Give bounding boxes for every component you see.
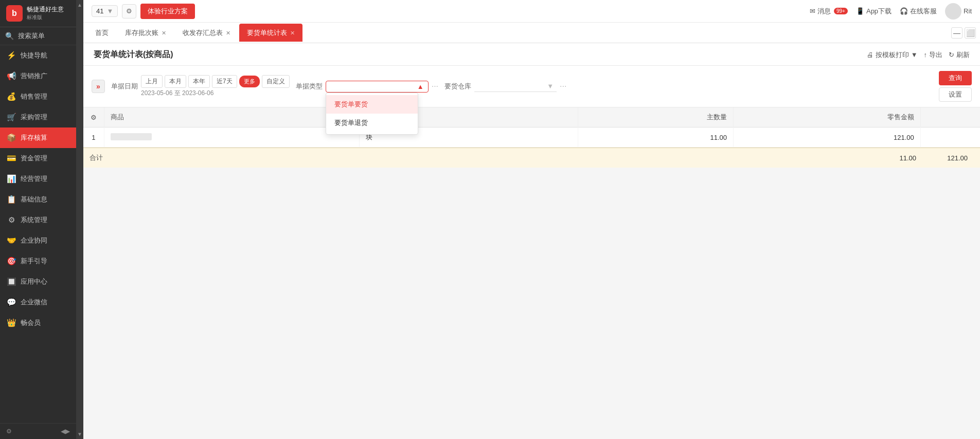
date-btn-this-year[interactable]: 本年 [188, 75, 210, 88]
sidebar-item-label: 基础信息 [21, 195, 47, 204]
export-btn[interactable]: ↑ 导出 [924, 50, 943, 60]
sidebar-item-system[interactable]: ⚙ 系统管理 [0, 210, 76, 230]
filter-actions: 查询 设置 [939, 71, 972, 102]
doc-type-more-btn[interactable]: ··· [432, 82, 438, 91]
sidebar-item-label: 应用中心 [21, 277, 47, 286]
sidebar-scroll-strip[interactable]: ▲ ▼ [76, 0, 83, 439]
tab-order-stat[interactable]: 要货单统计表 ✕ [239, 24, 302, 42]
finance-icon: 💳 [6, 154, 16, 163]
sidebar-item-purchase[interactable]: 🛒 采购管理 [0, 107, 76, 127]
search-label: 搜索菜单 [18, 31, 45, 41]
sidebar-item-quick-nav[interactable]: ⚡ 快捷导航 [0, 45, 76, 66]
sidebar-item-finance[interactable]: 💳 资金管理 [0, 148, 76, 169]
app-download-btn[interactable]: 📱 App下载 [856, 7, 892, 16]
row-quantity: 11.00 [578, 127, 733, 148]
sidebar-item-corp[interactable]: 🤝 企业协同 [0, 230, 76, 251]
sidebar-item-label: 新手引导 [21, 257, 47, 266]
sidebar-item-app-center[interactable]: 🔲 应用中心 [0, 271, 76, 292]
sidebar-item-label: 快捷导航 [21, 51, 47, 60]
col-settings[interactable]: ⚙ [83, 107, 104, 127]
doc-type-label: 单据类型 [296, 82, 323, 91]
sidebar-item-wechat[interactable]: 💬 企业微信 [0, 292, 76, 313]
topbar-left: 41 ▼ ⚙ 体验行业方案 [92, 4, 195, 19]
warehouse-more-btn[interactable]: ··· [560, 82, 566, 91]
topbar: 41 ▼ ⚙ 体验行业方案 ✉ 消息 99+ 📱 App下载 🎧 在线客服 [83, 0, 980, 23]
row-amount: 121.00 [734, 127, 921, 148]
sidebar-item-operations[interactable]: 📊 经营管理 [0, 169, 76, 189]
filter-expand-btn[interactable]: » [92, 80, 105, 93]
search-icon: 🔍 [5, 32, 14, 40]
col-product: 商品 [104, 107, 359, 127]
tab-batch-close[interactable]: ✕ [162, 30, 166, 36]
date-filter-label: 单据日期 [111, 82, 138, 91]
sidebar-item-member[interactable]: 👑 畅会员 [0, 313, 76, 333]
footer-amount: 121.00 [922, 154, 974, 162]
data-table: ⚙ 商品 主计量单位 主数量 零售金额 1 块 [83, 107, 980, 148]
sidebar-item-base-info[interactable]: 📋 基础信息 [0, 189, 76, 210]
col-amount: 零售金额 [734, 107, 921, 127]
purchase-icon: 🛒 [6, 113, 16, 122]
tab-batch[interactable]: 库存批次账 ✕ [117, 24, 174, 42]
tab-order-close[interactable]: ✕ [290, 30, 295, 36]
filter-date-group: 单据日期 上月 本月 本年 近7天 更多 自定义 2023-05-06 至 20… [111, 75, 290, 98]
online-service-btn[interactable]: 🎧 在线客服 [900, 7, 937, 16]
refresh-btn[interactable]: ↻ 刷新 [949, 50, 970, 60]
sidebar-item-label: 采购管理 [21, 113, 47, 122]
sidebar-search[interactable]: 🔍 搜索菜单 [0, 27, 76, 45]
row-extra [920, 127, 980, 148]
scroll-up-icon: ▲ [77, 2, 82, 8]
user-menu[interactable]: Rit [945, 3, 972, 20]
filter-warehouse-group: 要货仓库 ▼ ··· [444, 81, 566, 92]
col-quantity: 主数量 [578, 107, 733, 127]
settings-filter-button[interactable]: 设置 [939, 87, 972, 102]
system-icon: ⚙ [6, 215, 16, 225]
date-btn-last7[interactable]: 近7天 [212, 75, 237, 88]
tab-home[interactable]: 首页 [87, 24, 116, 42]
date-range-display: 2023-05-06 至 2023-06-06 [141, 89, 290, 98]
trial-button[interactable]: 体验行业方案 [140, 4, 195, 19]
query-button[interactable]: 查询 [939, 71, 972, 85]
print-template-label: 按模板打印 [876, 50, 909, 60]
company-name: 41 [96, 7, 103, 15]
tab-minimize-btn[interactable]: — [951, 27, 963, 39]
tab-shipment-summary[interactable]: 收发存汇总表 ✕ [175, 24, 238, 42]
main-area: 41 ▼ ⚙ 体验行业方案 ✉ 消息 99+ 📱 App下载 🎧 在线客服 [83, 0, 980, 439]
sidebar-item-sales[interactable]: 💰 销售管理 [0, 86, 76, 107]
sidebar-item-guide[interactable]: 🎯 新手引导 [0, 251, 76, 271]
warehouse-select[interactable]: ▼ [474, 81, 557, 92]
sidebar-item-label: 库存核算 [21, 133, 47, 142]
date-btn-up[interactable]: 上月 [141, 75, 163, 88]
phone-icon: 📱 [856, 7, 864, 15]
notification-btn[interactable]: ✉ 消息 99+ [810, 7, 848, 16]
table-row: 1 块 11.00 121.00 [83, 127, 980, 148]
sidebar-item-marketing[interactable]: 📢 营销推广 [0, 66, 76, 86]
tab-shipment-close[interactable]: ✕ [226, 30, 230, 36]
notification-badge: 99+ [834, 8, 848, 14]
doc-type-select[interactable]: ▲ [326, 81, 429, 93]
sidebar-item-label: 系统管理 [21, 215, 47, 225]
date-btn-more[interactable]: 更多 [239, 76, 260, 87]
online-service-label: 在线客服 [910, 7, 937, 16]
refresh-label: 刷新 [956, 50, 970, 60]
sidebar-item-inventory[interactable]: 📦 库存核算 [0, 127, 76, 148]
logo-sub: 标准版 [27, 14, 64, 21]
page-header: 要货单统计表(按商品) 🖨 按模板打印 ▼ ↑ 导出 ↻ 刷新 [83, 43, 980, 66]
notification-label: 消息 [817, 7, 831, 16]
print-template-btn[interactable]: 🖨 按模板打印 ▼ [867, 50, 918, 60]
tab-expand-controls: — ⬜ [951, 27, 976, 39]
dropdown-item-order-goods[interactable]: 要货单要货 [326, 95, 418, 114]
sidebar-item-label: 销售管理 [21, 92, 47, 101]
dropdown-item-order-return[interactable]: 要货单退货 [326, 114, 418, 132]
row-index: 1 [83, 127, 104, 148]
refresh-icon: ↻ [949, 51, 954, 59]
date-btn-this-month[interactable]: 本月 [165, 75, 186, 88]
settings-gear-icon: ⚙ [126, 7, 132, 15]
company-selector[interactable]: 41 ▼ [92, 5, 118, 17]
filter-bar: » 单据日期 上月 本月 本年 近7天 更多 自定义 2023-05-06 至 … [83, 66, 980, 107]
sidebar-collapse-btn[interactable]: ⚙ ◀▶ [0, 423, 76, 439]
date-btn-custom[interactable]: 自定义 [262, 75, 290, 88]
footer-quantity: 11.00 [871, 154, 922, 162]
topbar-settings-btn[interactable]: ⚙ [122, 4, 136, 19]
tab-maximize-btn[interactable]: ⬜ [965, 27, 976, 39]
avatar [945, 3, 961, 20]
